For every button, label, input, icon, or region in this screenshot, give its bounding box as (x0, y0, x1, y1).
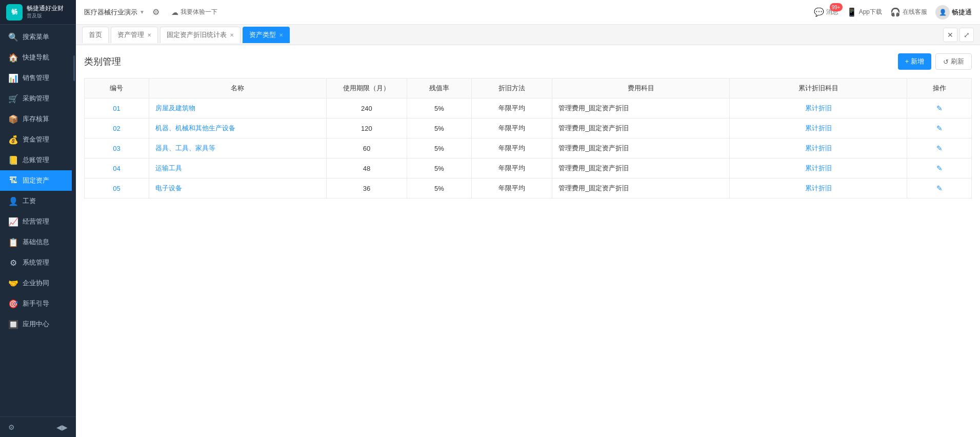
user-menu[interactable]: 👤 畅捷通 (935, 5, 972, 19)
sidebar-item-enterprise[interactable]: 🤝 企业协同 (0, 273, 76, 293)
sidebar-item-label: 搜索菜单 (23, 32, 49, 42)
sidebar-item-funds[interactable]: 💰 资金管理 (0, 129, 76, 150)
sidebar-item-purchase[interactable]: 🛒 采购管理 (0, 88, 76, 109)
tab-asset-mgmt-close[interactable]: ✕ (147, 32, 151, 38)
tabs-controls: ✕ ⤢ (943, 28, 974, 42)
edit-icon[interactable]: ✎ (936, 124, 943, 132)
cell-action[interactable]: ✎ (907, 158, 972, 178)
sidebar-item-inventory[interactable]: 📦 库存核算 (0, 109, 76, 129)
experience-label: 我要体验一下 (181, 8, 217, 16)
page-header: 类别管理 + 新增 ↺ 刷新 (84, 53, 972, 70)
edit-icon[interactable]: ✎ (936, 144, 943, 152)
cell-name: 电子设备 (149, 178, 326, 198)
new-button[interactable]: + 新增 (898, 53, 931, 70)
topbar-right: 💬 消息 99+ 📱 App下载 🎧 在线客服 👤 畅捷通 (814, 5, 972, 19)
sidebar-item-sales[interactable]: 📊 销售管理 (0, 68, 76, 88)
ledger-icon: 📒 (8, 155, 18, 165)
expand-tab-button[interactable]: ⤢ (959, 28, 974, 42)
cell-period: 240 (326, 98, 407, 118)
cell-accum: 累计折旧 (730, 98, 907, 118)
cell-accum: 累计折旧 (730, 138, 907, 158)
topbar: 医疗器械行业演示 ▼ ⚙ ☁ 我要体验一下 💬 消息 99+ 📱 App下载 (76, 0, 980, 25)
sales-icon: 📊 (8, 73, 18, 83)
table-row: 04 运输工具 48 5% 年限平均 管理费用_固定资产折旧 累计折旧 ✎ (85, 158, 972, 178)
cell-expense: 管理费用_固定资产折旧 (552, 138, 730, 158)
inventory-icon: 📦 (8, 114, 18, 124)
cell-accum: 累计折旧 (730, 118, 907, 138)
page-actions: + 新增 ↺ 刷新 (898, 53, 972, 70)
cell-residual: 5% (407, 158, 472, 178)
cell-accum: 累计折旧 (730, 178, 907, 198)
cloud-icon: ☁ (171, 8, 178, 16)
close-tab-button[interactable]: ✕ (943, 28, 957, 42)
messages-button[interactable]: 💬 消息 99+ (814, 7, 838, 17)
settings-button[interactable]: ⚙ (8, 423, 15, 431)
app-download-button[interactable]: 📱 App下载 (847, 7, 882, 17)
collapse-button[interactable]: ◀▶ (56, 423, 68, 431)
cell-expense: 管理费用_固定资产折旧 (552, 98, 730, 118)
cell-name: 器具、工具、家具等 (149, 138, 326, 158)
cell-action[interactable]: ✎ (907, 98, 972, 118)
col-header-residual: 残值率 (407, 78, 472, 98)
cell-code: 04 (85, 158, 149, 178)
sidebar-item-fixed-assets[interactable]: 🏗 固定资产 (0, 170, 76, 191)
tab-fixed-asset-stat[interactable]: 固定资产折旧统计表 ✕ (160, 27, 241, 43)
cell-name: 机器、机械和其他生产设备 (149, 118, 326, 138)
tab-home-label: 首页 (89, 30, 102, 39)
guide-icon: 🎯 (8, 299, 18, 309)
refresh-button[interactable]: ↺ 刷新 (935, 53, 972, 70)
app-version: 普及版 (27, 12, 64, 19)
cell-name: 运输工具 (149, 158, 326, 178)
tab-asset-mgmt[interactable]: 资产管理 ✕ (111, 27, 158, 43)
col-header-name: 名称 (149, 78, 326, 98)
cell-method: 年限平均 (471, 98, 552, 118)
sidebar-item-operations[interactable]: 📈 经营管理 (0, 211, 76, 232)
sidebar-item-search[interactable]: 🔍 搜索菜单 (0, 27, 76, 47)
sidebar-footer: ⚙ ◀▶ (0, 416, 76, 437)
table-row: 05 电子设备 36 5% 年限平均 管理费用_固定资产折旧 累计折旧 ✎ (85, 178, 972, 198)
sidebar-item-basic-info[interactable]: 📋 基础信息 (0, 232, 76, 252)
cell-action[interactable]: ✎ (907, 138, 972, 158)
page-title: 类别管理 (84, 55, 121, 68)
tab-asset-type[interactable]: 资产类型 ✕ (243, 27, 290, 43)
cell-period: 48 (326, 158, 407, 178)
online-service-button[interactable]: 🎧 在线客服 (890, 7, 927, 17)
company-selector[interactable]: 医疗器械行业演示 ▼ (84, 8, 145, 17)
content-area: 类别管理 + 新增 ↺ 刷新 编号 名称 使用期限（月） 残值率 折旧方法 费用… (76, 45, 980, 437)
app-center-icon: 🔲 (8, 319, 18, 329)
table-row: 02 机器、机械和其他生产设备 120 5% 年限平均 管理费用_固定资产折旧 … (85, 118, 972, 138)
company-settings-button[interactable]: ⚙ (149, 5, 163, 19)
cell-name: 房屋及建筑物 (149, 98, 326, 118)
tab-asset-mgmt-label: 资产管理 (117, 30, 144, 39)
cell-residual: 5% (407, 98, 472, 118)
edit-icon[interactable]: ✎ (936, 184, 943, 192)
sidebar-item-quick-nav[interactable]: 🏠 快捷导航 (0, 47, 76, 68)
main-area: 医疗器械行业演示 ▼ ⚙ ☁ 我要体验一下 💬 消息 99+ 📱 App下载 (76, 0, 980, 437)
headset-icon: 🎧 (890, 7, 901, 17)
tab-fixed-asset-stat-close[interactable]: ✕ (230, 32, 234, 38)
cell-code: 05 (85, 178, 149, 198)
table-header-row: 编号 名称 使用期限（月） 残值率 折旧方法 费用科目 累计折旧科目 操作 (85, 78, 972, 98)
tab-asset-type-close[interactable]: ✕ (279, 32, 283, 38)
sidebar-item-system[interactable]: ⚙ 系统管理 (0, 252, 76, 273)
sidebar-item-payroll[interactable]: 👤 工资 (0, 191, 76, 211)
edit-icon[interactable]: ✎ (936, 104, 943, 112)
cell-code: 01 (85, 98, 149, 118)
tab-asset-type-label: 资产类型 (249, 30, 276, 39)
search-icon: 🔍 (8, 32, 18, 42)
sidebar-item-guide[interactable]: 🎯 新手引导 (0, 293, 76, 314)
sidebar-item-ledger[interactable]: 📒 总账管理 (0, 150, 76, 170)
cell-action[interactable]: ✎ (907, 178, 972, 198)
sidebar-nav: 🔍 搜索菜单 🏠 快捷导航 📊 销售管理 🛒 采购管理 📦 库存核算 💰 资金管… (0, 25, 76, 416)
edit-icon[interactable]: ✎ (936, 164, 943, 172)
refresh-icon: ↺ (943, 58, 949, 66)
sidebar-logo: 畅 畅捷通好业财 普及版 (0, 0, 76, 25)
tab-home[interactable]: 首页 (82, 27, 109, 43)
online-service-label: 在线客服 (903, 8, 927, 16)
cell-period: 60 (326, 138, 407, 158)
experience-button[interactable]: ☁ 我要体验一下 (167, 6, 222, 18)
cell-action[interactable]: ✎ (907, 118, 972, 138)
table-body: 01 房屋及建筑物 240 5% 年限平均 管理费用_固定资产折旧 累计折旧 ✎… (85, 98, 972, 198)
sidebar-item-app-center[interactable]: 🔲 应用中心 (0, 314, 76, 334)
cell-residual: 5% (407, 118, 472, 138)
